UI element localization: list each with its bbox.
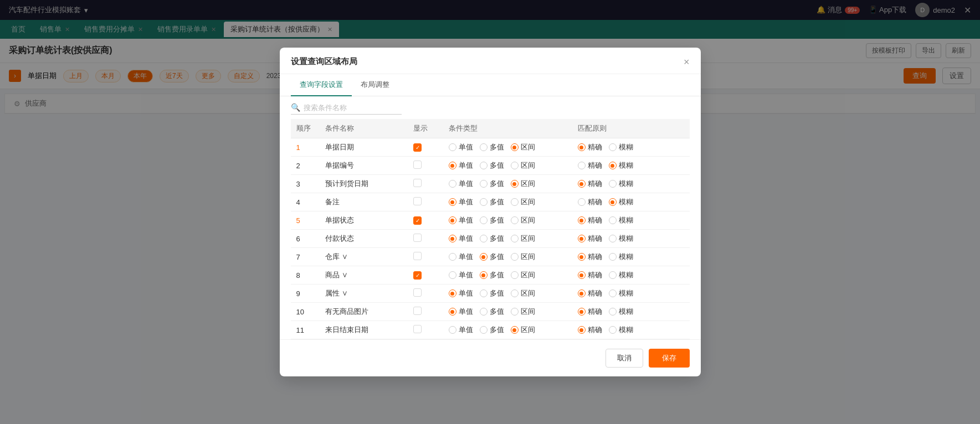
modal-header: 设置查询区域布局 ×: [280, 48, 701, 74]
modal-tabs: 查询字段设置 布局调整: [280, 74, 701, 96]
settings-modal: 设置查询区域布局 × 查询字段设置 布局调整 🔍 顺序: [280, 48, 701, 118]
modal-title: 设置查询区域布局: [291, 56, 357, 67]
search-input[interactable]: [304, 104, 392, 112]
modal-search-area: 🔍: [280, 96, 701, 118]
search-box: 🔍: [291, 103, 402, 115]
modal-overlay: 设置查询区域布局 × 查询字段设置 布局调整 🔍 顺序: [0, 0, 980, 118]
modal-close-button[interactable]: ×: [684, 57, 690, 67]
modal-tab-fields-label: 查询字段设置: [300, 80, 343, 89]
search-icon: 🔍: [291, 103, 300, 112]
modal-tab-layout[interactable]: 布局调整: [352, 74, 398, 96]
modal-tab-fields[interactable]: 查询字段设置: [291, 74, 352, 96]
modal-tab-layout-label: 布局调整: [361, 80, 389, 89]
